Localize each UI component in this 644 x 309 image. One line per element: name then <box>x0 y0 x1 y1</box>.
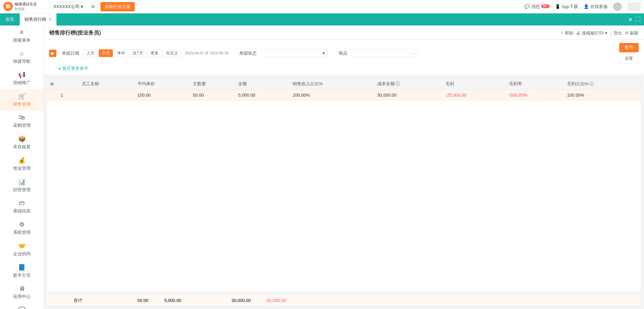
expand-conditions-btn[interactable]: ▾ 展开更多条件 <box>58 65 639 71</box>
sidebar-item-shortcut[interactable]: ⌂快捷导航 <box>0 47 43 68</box>
td-avg-price: 100.00 <box>134 90 189 101</box>
gear-button[interactable]: ⚙ <box>88 2 98 11</box>
date-btn-more[interactable]: 更多 <box>147 49 162 57</box>
sidebar-item-marketing[interactable]: 📢营销推广 <box>0 68 43 89</box>
filter-actions: 查询 设置 <box>619 43 639 63</box>
help-button[interactable]: ? 帮助 <box>561 30 573 36</box>
refresh-button[interactable]: ↺ 刷新 <box>625 30 639 36</box>
trial-button[interactable]: 体验行业方案 <box>100 2 135 11</box>
sidebar-label-search: 搜索菜单 <box>13 37 31 43</box>
sidebar-icon-apps: 🖥 <box>19 285 25 292</box>
sidebar-label-shortcut: 快捷导航 <box>13 58 31 64</box>
sidebar-item-sales[interactable]: 🛒销售管理 <box>0 89 43 111</box>
print-button[interactable]: 🖨 按模板打印 ▾ <box>576 30 607 36</box>
table-footer: 合计 50.00 5,000.00 30,000.00 -25,000.00 <box>46 295 641 306</box>
sidebar-label-corp: 企业协同 <box>13 251 31 257</box>
sidebar-label-apps: 应用中心 <box>13 294 31 300</box>
expand-icon[interactable]: ⛶ <box>635 16 641 23</box>
th-name: 员工名称 <box>78 78 134 90</box>
company-selector[interactable]: XXXXXX公司 ▾ <box>50 2 86 11</box>
th-avg-price: 平均单价 <box>134 78 189 90</box>
date-btn-current-month[interactable]: 本月 <box>99 49 113 57</box>
top-bar: 畅 畅康通好生意 标准版 XXXXXX公司 ▾ ⚙ 体验行业方案 💬 消息 99… <box>0 0 644 13</box>
footer-gross: -25,000.00 <box>262 298 295 303</box>
online-service-item[interactable]: 👤 在线客服 <box>584 4 608 10</box>
td-name <box>78 90 134 101</box>
sidebar-label-finance: 资金管理 <box>13 165 31 171</box>
avatar[interactable] <box>613 2 622 11</box>
sidebar-item-wechat[interactable]: 💬企业微信 <box>0 303 43 309</box>
sidebar-label-inventory: 库存核算 <box>13 144 31 150</box>
date-btn-this-year[interactable]: 本年 <box>114 49 128 57</box>
service-icon: 👤 <box>584 4 589 9</box>
tab-close-icon[interactable]: ✕ <box>48 17 52 22</box>
sidebar-item-corp[interactable]: 🤝企业协同 <box>0 239 43 260</box>
tab-home[interactable]: 首页 <box>0 13 20 25</box>
sidebar-icon-finance: 💰 <box>18 157 26 164</box>
filter-row-1: ▶ 单据日期 上月 本月 本年 近7天 更多 自定义 2023-06-01 至 … <box>49 43 639 63</box>
sidebar-label-sales: 销售管理 <box>13 101 31 107</box>
td-amount: 5,000.00 <box>235 90 289 101</box>
tab-sales-ranking[interactable]: 销售排行榜 ✕ <box>20 13 56 25</box>
sidebar-icon-base: 🗃 <box>19 200 25 207</box>
sidebar-item-finance[interactable]: 💰资金管理 <box>0 153 43 175</box>
th-gross: 毛利 <box>442 78 506 90</box>
sidebar-item-base[interactable]: 🗃基础信息 <box>0 196 43 217</box>
tab-bar-right: ✕ ⛶ <box>628 16 644 23</box>
filter-expand-toggle[interactable]: ▶ <box>49 50 56 57</box>
data-table: ⚙ 员工名称 平均单价 主数量 全额 销售收入占比% 成本全额 ⓘ 毛利 毛利率… <box>47 78 641 101</box>
td-settings <box>47 90 57 101</box>
settings-button[interactable]: 设置 <box>619 54 639 63</box>
th-cost: 成本全额 ⓘ <box>374 78 442 90</box>
expand-row: ▾ 展开更多条件 <box>49 65 639 71</box>
date-label: 单据日期 <box>62 50 79 56</box>
export-button[interactable]: ↓ 导出 <box>610 30 622 36</box>
td-cost: 30,000.00 <box>374 90 442 101</box>
th-sales-pct: 销售收入占比% <box>289 78 374 90</box>
sidebar-item-apps[interactable]: 🖥应用中心 <box>0 282 43 303</box>
td-qty: 50.00 <box>189 90 235 101</box>
sidebar-label-operations: 经营管理 <box>13 187 31 193</box>
status-select[interactable]: ▾ <box>261 49 328 57</box>
sidebar-icon-search: ≡ <box>20 29 24 36</box>
footer-label: 合计 <box>70 297 104 303</box>
sidebar-item-inventory[interactable]: 📦库存核算 <box>0 132 43 153</box>
sidebar-icon-purchase: 🛍 <box>19 114 25 121</box>
app-download-item[interactable]: 📱 App下载 <box>555 4 578 10</box>
td-gross: -25,000.00 <box>442 90 506 101</box>
th-qty: 主数量 <box>189 78 235 90</box>
td-gross-rate: -500.00% <box>506 90 564 101</box>
date-btn-7days[interactable]: 近7天 <box>130 49 146 57</box>
sidebar-item-system[interactable]: ⚙系统管理 <box>0 217 43 239</box>
footer-cost: 30,000.00 <box>228 298 262 303</box>
goods-input[interactable]: ··· <box>351 49 419 57</box>
message-badge: 99+ <box>541 4 550 8</box>
tab-bar: 首页 销售排行榜 ✕ ✕ ⛶ <box>0 13 644 25</box>
sidebar: ≡搜索菜单⌂快捷导航📢营销推广🛒销售管理🛍采购管理📦库存核算💰资金管理📊经营管理… <box>0 25 44 309</box>
tab-active-label: 销售排行榜 <box>25 16 46 22</box>
sidebar-item-search[interactable]: ≡搜索菜单 <box>0 25 43 47</box>
message-item[interactable]: 💬 消息 99+ <box>524 4 550 10</box>
footer-qty: 50.00 <box>134 298 161 303</box>
logo-area: 畅 畅康通好生意 标准版 <box>3 2 47 11</box>
print-chevron-icon: ▾ <box>605 31 607 36</box>
sidebar-icon-sales: 🛒 <box>18 93 26 100</box>
sidebar-label-marketing: 营销推广 <box>13 80 31 86</box>
date-btn-custom[interactable]: 自定义 <box>163 49 181 57</box>
sidebar-icon-guide: 📘 <box>18 264 26 271</box>
chevron-down-icon: ▾ <box>81 4 83 9</box>
sidebar-item-guide[interactable]: 📘新手引导 <box>0 260 43 282</box>
page-actions: ? 帮助 🖨 按模板打印 ▾ ↓ 导出 ↺ 刷新 <box>561 30 639 36</box>
sidebar-label-purchase: 采购管理 <box>13 122 31 128</box>
footer-amount: 5,000.00 <box>161 298 191 303</box>
company-name: XXXXXX公司 <box>53 4 80 10</box>
sidebar-item-operations[interactable]: 📊经营管理 <box>0 175 43 196</box>
query-button[interactable]: 查询 <box>619 43 639 52</box>
sidebar-item-purchase[interactable]: 🛍采购管理 <box>0 111 43 132</box>
close-window-icon[interactable]: ✕ <box>628 16 633 23</box>
th-settings: ⚙ <box>47 78 57 90</box>
date-btn-prev-month[interactable]: 上月 <box>83 49 97 57</box>
td-rank: 1 <box>57 90 78 101</box>
td-gross-pct: 100.00% <box>564 90 641 101</box>
goods-more-icon: ··· <box>412 51 416 56</box>
